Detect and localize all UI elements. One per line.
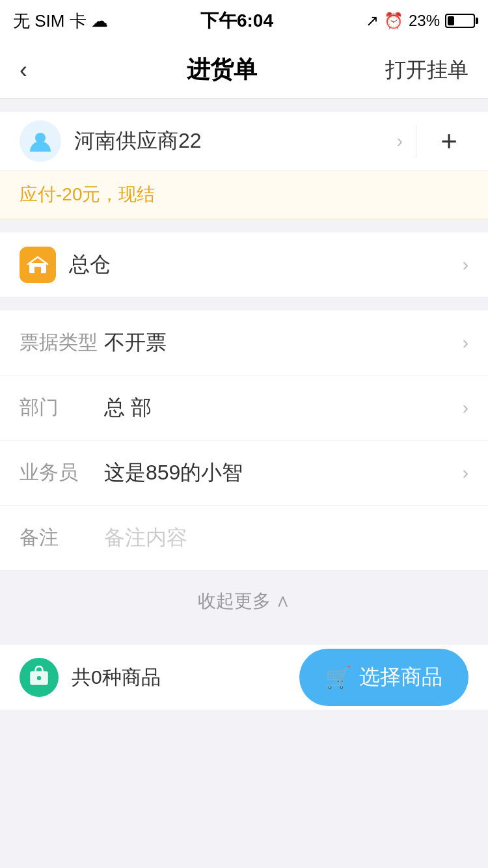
salesperson-label: 业务员 bbox=[20, 459, 104, 486]
ticket-type-label: 票据类型 bbox=[20, 329, 104, 356]
product-icon bbox=[20, 658, 59, 697]
select-product-label: 选择商品 bbox=[359, 663, 442, 692]
warehouse-name: 总仓 bbox=[69, 251, 456, 279]
supplier-section: 河南供应商22 › + 应付-20元，现结 bbox=[0, 112, 488, 219]
remark-row[interactable]: 备注 备注内容 bbox=[0, 506, 488, 571]
supplier-name: 河南供应商22 bbox=[74, 127, 390, 156]
form-fields-card: 票据类型 不开票 › 部门 总 部 › 业务员 这是859的小智 › 备注 备注… bbox=[0, 310, 488, 571]
warehouse-icon-bg bbox=[20, 247, 56, 283]
svg-rect-2 bbox=[34, 267, 41, 273]
remark-placeholder[interactable]: 备注内容 bbox=[104, 524, 468, 552]
department-chevron-icon: › bbox=[463, 398, 468, 418]
supplier-avatar bbox=[20, 120, 61, 162]
status-bar: 无 SIM 卡 ☁ 下午6:04 ↗ ⏰ 23% bbox=[0, 0, 488, 42]
section-gap-3 bbox=[0, 297, 488, 310]
background-fill bbox=[0, 710, 488, 868]
status-left: 无 SIM 卡 ☁ bbox=[13, 10, 108, 33]
department-value: 总 部 bbox=[104, 394, 456, 422]
select-product-icon: 🛒 bbox=[325, 665, 351, 690]
department-row[interactable]: 部门 总 部 › bbox=[0, 375, 488, 441]
supplier-row[interactable]: 河南供应商22 › + bbox=[0, 112, 488, 170]
network-status: 无 SIM 卡 ☁ bbox=[13, 10, 108, 33]
open-pending-button[interactable]: 打开挂单 bbox=[385, 56, 468, 85]
supplier-divider bbox=[416, 125, 416, 157]
nav-bar: ‹ 进货单 打开挂单 bbox=[0, 42, 488, 99]
battery-percent: 23% bbox=[409, 12, 440, 30]
salesperson-value: 这是859的小智 bbox=[104, 459, 456, 487]
notice-banner: 应付-20元，现结 bbox=[0, 170, 488, 219]
back-button[interactable]: ‹ bbox=[20, 57, 59, 84]
section-gap-1 bbox=[0, 99, 488, 112]
warehouse-row[interactable]: 总仓 › bbox=[0, 232, 488, 297]
ticket-type-chevron-icon: › bbox=[463, 332, 468, 353]
status-time: 下午6:04 bbox=[200, 8, 273, 33]
warehouse-chevron-icon: › bbox=[463, 254, 468, 275]
department-label: 部门 bbox=[20, 394, 104, 421]
select-product-button[interactable]: 🛒 选择商品 bbox=[299, 649, 468, 706]
product-count: 共0种商品 bbox=[72, 664, 299, 691]
battery-icon bbox=[445, 14, 475, 28]
status-right: ↗ ⏰ 23% bbox=[366, 12, 475, 30]
page-title: 进货单 bbox=[187, 54, 257, 86]
section-gap-2 bbox=[0, 219, 488, 232]
svg-point-4 bbox=[37, 676, 41, 680]
add-supplier-button[interactable]: + bbox=[429, 125, 468, 157]
salesperson-row[interactable]: 业务员 这是859的小智 › bbox=[0, 441, 488, 506]
remark-label: 备注 bbox=[20, 524, 104, 551]
ticket-type-value: 不开票 bbox=[104, 329, 456, 357]
supplier-chevron-icon: › bbox=[397, 131, 403, 152]
collapse-button[interactable]: 收起更多 ∧ bbox=[0, 571, 488, 632]
location-icon: ↗ bbox=[366, 12, 379, 30]
alarm-icon: ⏰ bbox=[384, 12, 403, 30]
ticket-type-row[interactable]: 票据类型 不开票 › bbox=[0, 310, 488, 375]
salesperson-chevron-icon: › bbox=[463, 463, 468, 483]
bottom-bar: 共0种商品 🛒 选择商品 bbox=[0, 645, 488, 710]
